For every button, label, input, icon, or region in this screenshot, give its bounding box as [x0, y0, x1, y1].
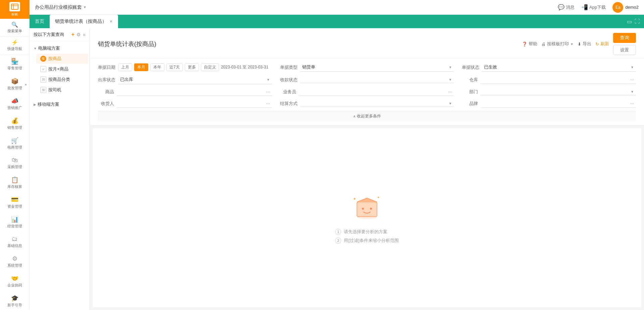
date-btn-this-year[interactable]: 本年 — [150, 63, 164, 71]
sidebar-logo[interactable]: 标账 — [0, 0, 30, 19]
empty-state: ✦ ✦ ✦ 1 请先选择要分析的方案 2 用[过滤]条件来缩小分析范围 — [93, 128, 641, 307]
app-selector[interactable]: 办公用品行业模拟账套 ▼ — [35, 4, 87, 10]
refresh-label: 刷新 — [600, 41, 609, 47]
sidebar-item-enterprise[interactable]: 🤝 企业协同 — [0, 271, 29, 291]
sidebar-item-inventory[interactable]: 📋 库存核算 — [0, 173, 29, 193]
user-avatar: Ea — [612, 2, 623, 13]
doctype-select[interactable]: 销货单 ▼ — [300, 63, 454, 72]
quick-icon: ⚡ — [11, 39, 18, 46]
sidebar-search-item[interactable]: 🔍 搜索菜单 — [0, 19, 29, 37]
top-header: 办公用品行业模拟账套 ▼ 💬 消息 📲 App下载 Ea demo2 — [30, 0, 644, 15]
tip-text-2: 用[过滤]条件来缩小分析范围 — [344, 238, 398, 244]
tree-child-label-driver: 按司机 — [48, 87, 61, 93]
sidebar-item-sales[interactable]: 💰 销售管理 — [0, 114, 29, 134]
svg-text:✦: ✦ — [374, 201, 377, 204]
settings-button[interactable]: 设置 — [613, 45, 636, 55]
tab-home[interactable]: 首页 — [30, 15, 50, 28]
recipient-label: 收货人 — [98, 101, 114, 107]
tab-maximize-icon[interactable]: ⛶ — [635, 18, 640, 24]
export-action[interactable]: ⬇ 导出 — [578, 41, 591, 47]
left-panel-settings-icon[interactable]: ⚙ — [76, 32, 81, 37]
marketing-icon: 📣 — [11, 97, 18, 105]
paymentstatus-arrow: ▼ — [448, 78, 452, 82]
message-action[interactable]: 💬 消息 — [558, 4, 575, 10]
staff-label: 业务员 — [280, 89, 296, 95]
paymentstatus-select[interactable]: ▼ — [300, 76, 454, 83]
sidebar-item-purchase[interactable]: 🛍 采购管理 — [0, 153, 29, 173]
operations-icon: 📊 — [11, 216, 18, 223]
brand-select[interactable]: ··· — [481, 99, 636, 108]
right-content: 销货单统计表(按商品) ❓ 帮助 🖨 按模板打印 ▼ ⬇ 导出 — [90, 28, 644, 310]
date-btn-last-month[interactable]: 上月 — [118, 63, 132, 71]
staff-select[interactable]: ··· — [299, 88, 454, 96]
filter-date-item: 单据日期 上月 本月 本年 近7天 更多 自定义 2023-03-01 至 20… — [98, 63, 272, 71]
page-title-bar: 销货单统计表(按商品) ❓ 帮助 🖨 按模板打印 ▼ ⬇ 导出 — [90, 28, 644, 59]
sidebar-item-wholesale[interactable]: 📦 批发管理 — [0, 74, 29, 94]
svg-text:✦: ✦ — [377, 196, 380, 199]
empty-tips: 1 请先选择要分析的方案 2 用[过滤]条件来缩小分析范围 — [335, 229, 398, 244]
warehouse-select[interactable]: ··· — [481, 75, 636, 84]
tree-child-by-category[interactable]: 回 按商品分类 — [36, 74, 88, 85]
user-info[interactable]: Ea demo2 — [612, 2, 639, 13]
paymethod-select[interactable]: ▼ — [300, 100, 454, 107]
tree-child-icon-driver: 按 — [40, 87, 46, 93]
warehouse-dots[interactable]: ··· — [630, 77, 634, 82]
goods-select[interactable]: ··· — [117, 88, 272, 96]
date-btn-more[interactable]: 更多 — [185, 63, 199, 71]
svg-rect-4 — [357, 202, 377, 217]
query-button[interactable]: 查询 — [613, 33, 636, 43]
brand-dots[interactable]: ··· — [630, 101, 634, 106]
print-arrow: ▼ — [570, 42, 574, 46]
sidebar-item-system[interactable]: ⚙ 系统管理 — [0, 252, 29, 271]
sidebar-nav: 🏪 零售管理 📦 批发管理 📣 营销推广 💰 销售管理 🛒 电商管理 🛍 采购管… — [0, 54, 29, 310]
tree-child-by-driver[interactable]: 按 按司机 — [36, 85, 88, 95]
left-panel-add-icon[interactable]: + — [71, 32, 74, 38]
tree-parent-desktop[interactable]: ▼ 电脑端方案 — [30, 43, 90, 53]
goods-dots[interactable]: ··· — [266, 89, 270, 94]
tree-parent-mobile[interactable]: ▶ 移动端方案 — [30, 99, 90, 109]
help-icon: ❓ — [522, 42, 527, 47]
dept-select[interactable]: ▼ — [481, 89, 636, 95]
recipient-select[interactable]: ··· — [117, 99, 272, 108]
sidebar-item-ecommerce[interactable]: 🛒 电商管理 — [0, 134, 29, 153]
sidebar-item-marketing[interactable]: 📣 营销推广 — [0, 94, 29, 114]
empty-illustration: ✦ ✦ ✦ — [350, 192, 384, 222]
sidebar-item-retail[interactable]: 🏪 零售管理 — [0, 54, 29, 74]
refresh-action[interactable]: ↻ 刷新 — [595, 41, 609, 47]
sidebar: 标账 🔍 搜索菜单 ⚡ 快捷导航 🏪 零售管理 📦 批发管理 📣 营销推广 💰 … — [0, 0, 30, 310]
app-download-label: App下载 — [589, 4, 606, 10]
collapse-button[interactable]: ∧ 收起更多条件 — [98, 111, 636, 121]
avatar-text: Ea — [615, 5, 621, 10]
tree-child-by-month-goods[interactable]: ㎡ 按月+商品 — [36, 64, 88, 74]
app-download-action[interactable]: 📲 App下载 — [581, 4, 606, 10]
docstatus-select[interactable]: 已生效 ▼ — [482, 63, 636, 72]
sidebar-item-operations[interactable]: 📊 经营管理 — [0, 212, 29, 232]
help-action[interactable]: ❓ 帮助 — [522, 41, 537, 47]
date-btn-7days[interactable]: 近7天 — [166, 63, 183, 71]
print-action[interactable]: 🖨 按模板打印 ▼ — [541, 41, 574, 47]
tab-minimize-icon[interactable]: ▭ — [627, 18, 632, 25]
wholesale-icon: 📦 — [11, 78, 18, 85]
tree-child-by-goods[interactable]: 按 按商品 — [36, 54, 88, 64]
date-btn-custom[interactable]: 自定义 — [201, 63, 219, 71]
tab-close-icon[interactable]: ✕ — [109, 19, 113, 24]
tab-active[interactable]: 销货单统计表（按商品） ✕ — [50, 15, 118, 28]
staff-dots[interactable]: ··· — [448, 89, 452, 94]
left-panel-collapse-icon[interactable]: « — [83, 32, 86, 37]
date-btn-this-month[interactable]: 本月 — [134, 63, 148, 71]
sidebar-item-finance[interactable]: 💳 资金管理 — [0, 193, 29, 212]
filter-docstatus-item: 单据状态 已生效 ▼ — [462, 63, 636, 72]
tree-arrow-mobile: ▶ — [34, 103, 36, 106]
sidebar-item-newbie[interactable]: 🎓 新手引导 — [0, 291, 29, 310]
logo-icon — [9, 2, 20, 11]
brand-label: 品牌 — [462, 101, 478, 107]
operations-label: 经营管理 — [7, 224, 22, 229]
recipient-dots[interactable]: ··· — [266, 101, 270, 106]
tab-bar: 首页 销货单统计表（按商品） ✕ ▭ ⛶ — [30, 15, 644, 28]
outstatus-select[interactable]: 已出库 ▼ — [118, 75, 272, 84]
sales-icon: 💰 — [11, 117, 18, 124]
tab-bar-actions: ▭ ⛶ — [627, 18, 644, 25]
export-icon: ⬇ — [578, 42, 581, 47]
sidebar-item-basic[interactable]: 🗂 基础信息 — [0, 232, 29, 252]
sidebar-quick-item[interactable]: ⚡ 快捷导航 — [0, 37, 29, 54]
